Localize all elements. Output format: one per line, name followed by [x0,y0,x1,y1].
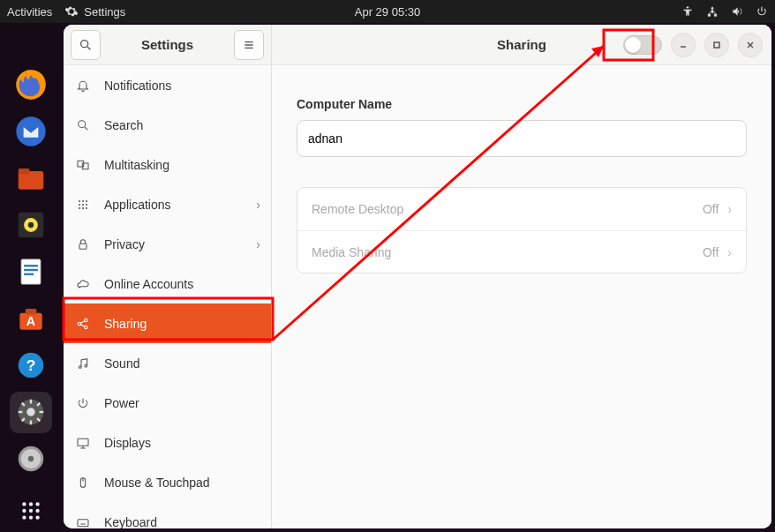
option-label: Remote Desktop [312,202,403,216]
accessibility-icon[interactable] [681,5,694,18]
computer-name-input[interactable] [297,120,747,157]
svg-rect-4 [19,169,30,174]
svg-point-34 [29,509,33,513]
computer-name-label: Computer Name [297,97,747,111]
main-body: Computer Name Remote Desktop Off ›Media … [272,65,771,305]
svg-point-30 [22,503,26,506]
close-button[interactable] [738,33,763,57]
svg-point-32 [35,503,39,506]
svg-line-61 [80,320,85,323]
dock-rhythmbox[interactable] [10,204,52,245]
sidebar-item-label: Online Accounts [104,277,193,291]
dock-disc[interactable] [10,438,52,480]
chevron-right-icon: › [256,237,260,251]
chevron-right-icon: › [256,198,260,212]
svg-point-29 [28,456,34,461]
sidebar-item-label: Sound [104,356,139,371]
svg-rect-10 [24,269,38,271]
apps-icon [74,198,92,212]
sidebar-item-displays[interactable]: Displays [64,423,271,462]
svg-point-0 [687,6,688,8]
option-label: Media Sharing [312,245,391,259]
svg-text:?: ? [26,356,36,374]
svg-point-52 [82,204,84,206]
svg-rect-70 [78,519,88,526]
svg-point-63 [79,365,81,368]
svg-point-64 [85,364,87,367]
search-icon [74,118,92,132]
sidebar-item-power[interactable]: Power [64,383,271,423]
sidebar-title: Settings [108,37,227,52]
menu-button[interactable] [234,30,264,60]
option-state: Off [703,245,719,259]
bell-icon [74,79,92,93]
svg-point-38 [35,516,39,520]
sidebar-item-keyboard[interactable]: Keyboard [64,502,271,528]
sidebar-item-label: Privacy [104,237,145,251]
minimize-button[interactable] [671,33,696,57]
chevron-right-icon: › [727,202,732,216]
share-icon [74,317,92,331]
svg-point-37 [29,516,33,520]
sidebar-item-online-accounts[interactable]: Online Accounts [64,264,271,303]
sidebar-item-label: Sharing [104,317,147,331]
search-icon [79,38,93,52]
svg-point-39 [81,40,88,47]
sidebar-item-multitasking[interactable]: Multitasking [64,145,271,184]
svg-rect-57 [79,244,87,249]
sidebar-item-sharing[interactable]: Sharing [64,303,271,343]
svg-point-7 [28,222,34,228]
sidebar-item-search[interactable]: Search [64,105,271,145]
svg-point-49 [82,200,84,202]
svg-point-51 [79,204,80,206]
power-icon[interactable] [756,5,768,18]
dock-firefox[interactable] [10,64,52,105]
svg-point-56 [86,207,87,209]
sidebar-item-label: Multitasking [104,158,169,172]
svg-point-2 [16,116,45,146]
settings-window: Settings Notifications Search Multitaski… [64,25,771,528]
sidebar-item-label: Mouse & Touchpad [104,476,210,490]
svg-line-62 [80,324,85,326]
sidebar-list[interactable]: Notifications Search Multitasking Applic… [64,65,271,528]
lock-icon [74,237,92,251]
sidebar-item-notifications[interactable]: Notifications [64,65,271,105]
svg-point-31 [29,503,33,506]
dock-show-apps[interactable] [10,491,52,532]
sidebar-item-mouse-touchpad[interactable]: Mouse & Touchpad [64,462,271,502]
search-button[interactable] [71,30,101,60]
sidebar-item-label: Search [104,118,143,132]
sharing-master-toggle[interactable] [623,35,662,55]
dock-help[interactable]: ? [10,345,52,386]
sidebar: Settings Notifications Search Multitaski… [64,25,272,528]
hamburger-icon [242,38,256,52]
option-media-sharing[interactable]: Media Sharing Off › [297,230,746,273]
activities-button[interactable]: Activities [7,5,52,19]
svg-line-40 [87,47,90,49]
multitask-icon [74,158,92,172]
sidebar-item-label: Notifications [104,79,171,93]
main-panel: Sharing Computer Name Remote Desktop Off… [272,25,771,528]
display-icon [74,436,92,450]
sidebar-item-privacy[interactable]: Privacy › [64,224,271,264]
power-icon [74,396,92,410]
sharing-options: Remote Desktop Off ›Media Sharing Off › [297,187,747,273]
option-remote-desktop[interactable]: Remote Desktop Off › [297,188,746,230]
dock-settings[interactable] [10,392,52,433]
svg-point-55 [82,207,84,209]
mouse-icon [74,476,92,490]
svg-rect-8 [21,259,41,285]
dock-software[interactable]: A [10,297,52,339]
volume-icon[interactable] [731,5,743,18]
dock-thunderbird[interactable] [10,110,52,152]
music-icon [74,356,92,371]
maximize-button[interactable] [704,33,729,57]
network-icon[interactable] [706,5,719,18]
sidebar-item-applications[interactable]: Applications › [64,184,271,224]
sidebar-item-label: Keyboard [104,515,157,529]
svg-point-18 [26,408,35,416]
sidebar-item-sound[interactable]: Sound [64,343,271,383]
dock-files[interactable] [10,157,52,199]
clock[interactable]: Apr 29 05:30 [355,5,420,19]
dock-libreoffice[interactable] [10,251,52,292]
